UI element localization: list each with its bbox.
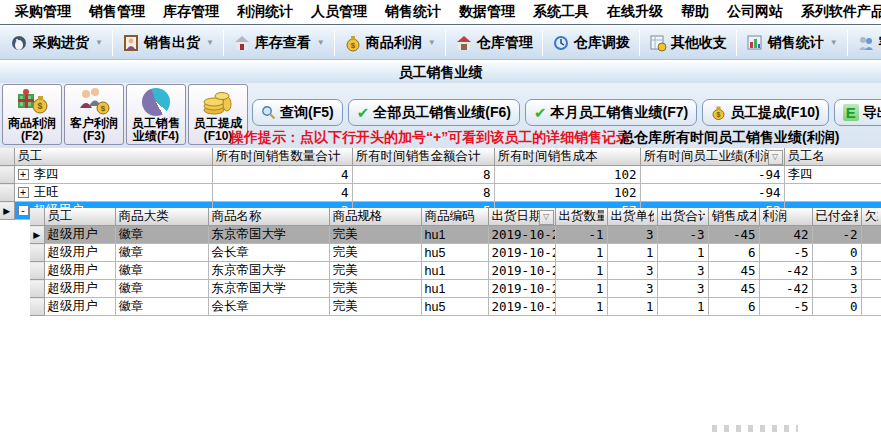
filter-icon[interactable]: ▽: [539, 210, 554, 225]
toolbar: 采购进货 ▼ 销售出货 ▼ 库存查看 ▼ $ 商品利润 ▼ 仓库管理 仓库: [0, 26, 881, 60]
row-indicator: [30, 298, 44, 316]
menu-personnel[interactable]: 人员管理: [302, 3, 376, 21]
check-icon: ✔: [357, 104, 370, 122]
check-icon: ✔: [534, 104, 547, 122]
detail-row[interactable]: 超级用户 徽章 会长章 完美 hu5 2019-10-21 1 1 1 6 -5…: [30, 298, 881, 316]
toolbar-sales-out-button[interactable]: 销售出货 ▼: [117, 29, 219, 57]
toolbar-customer-manage-button[interactable]: 客户管理 ▼: [852, 29, 881, 57]
employee-row[interactable]: +王旺 4 8 102 -94: [0, 184, 881, 202]
row-indicator: [0, 184, 14, 202]
pie-chart-icon: [139, 87, 173, 117]
chevron-down-icon[interactable]: ▼: [428, 38, 436, 47]
col-header-employee[interactable]: 员工: [14, 148, 212, 166]
current-row-arrow-icon: ▶: [3, 206, 10, 216]
query-button[interactable]: 查询(F5): [252, 99, 343, 126]
operation-hint: 操作提示：点以下行开头的加号“+”可看到该员工的详细销售记录: [230, 129, 630, 147]
menu-system-tools[interactable]: 系统工具: [524, 3, 598, 21]
col-header-employee-name[interactable]: 员工名: [784, 148, 881, 166]
col-header-ship-qty[interactable]: 出货数量: [555, 208, 607, 226]
menu-online-upgrade[interactable]: 在线升级: [598, 3, 672, 21]
toolbar-product-profit-button[interactable]: $ 商品利润 ▼: [339, 29, 441, 57]
menu-purchase[interactable]: 采购管理: [6, 3, 80, 21]
col-header-cost[interactable]: 销售成本: [708, 208, 759, 226]
toolbar-other-income-button[interactable]: 其他收支: [644, 29, 732, 57]
customers-icon: [857, 34, 875, 52]
menu-help[interactable]: 帮助: [672, 3, 718, 21]
detail-row-selected[interactable]: ▶ 超级用户 徽章 东京帝国大学 完美 hu1 2019-10-21 -1 3 …: [30, 226, 881, 244]
detail-row[interactable]: 超级用户 徽章 东京帝国大学 完美 hu1 2019-10-21 1 3 3 4…: [30, 262, 881, 280]
menu-product-series[interactable]: 系列软件产品: [792, 3, 881, 21]
menu-inventory[interactable]: 库存管理: [154, 3, 228, 21]
row-indicator: ▶: [30, 226, 44, 244]
row-indicator: [0, 166, 14, 184]
toolbar-sales-stats-button[interactable]: 销售统计 ▼: [741, 29, 843, 57]
col-header-unit-price[interactable]: 出货单价: [607, 208, 657, 226]
toolbar-separator: [736, 30, 737, 56]
col-header-ship-date[interactable]: 出货日期▽: [488, 208, 555, 226]
toolbar-separator: [112, 30, 113, 56]
toolbar-warehouse-transfer-button[interactable]: 仓库调拨: [547, 29, 635, 57]
all-employee-sales-button[interactable]: ✔ 全部员工销售业绩(F6): [348, 99, 520, 126]
gold-coins-icon: [201, 87, 235, 117]
summary-label: 总仓库所有时间员工销售业绩(利润): [620, 129, 839, 147]
watermark-fragment: [712, 425, 798, 432]
customers-moneybag-icon: $: [77, 87, 111, 117]
col-header-paid[interactable]: 已付金额: [812, 208, 861, 226]
employee-commission-button[interactable]: $ 员工提成(F10): [702, 99, 828, 126]
menu-profit-stats[interactable]: 利润统计: [228, 3, 302, 21]
row-indicator: [30, 262, 44, 280]
ledger-icon: [649, 34, 667, 52]
toolbar-warehouse-manage-button[interactable]: 仓库管理: [450, 29, 538, 57]
toolbar-purchase-in-button[interactable]: 采购进货 ▼: [6, 29, 108, 57]
sales-detail-table: 员工 商品大类 商品名称 商品规格 商品编码 出货日期▽ 出货数量 出货单价 出…: [30, 208, 881, 316]
col-header-profit[interactable]: 利润: [759, 208, 812, 226]
col-header-cost-total[interactable]: 所有时间销售成本: [494, 148, 640, 166]
sales-out-icon: [122, 34, 140, 52]
svg-text:$: $: [717, 111, 721, 119]
filter-icon[interactable]: ▽: [768, 150, 783, 165]
col-header-performance[interactable]: 所有时间员工业绩(利润)▽: [640, 148, 784, 166]
col-header-qty-total[interactable]: 所有时间销售数量合计: [212, 148, 352, 166]
outer-header-row: 员工 所有时间销售数量合计 所有时间销售金额合计 所有时间销售成本 所有时间员工…: [0, 148, 881, 166]
search-icon: [261, 105, 276, 120]
col-header-spec[interactable]: 商品规格: [329, 208, 421, 226]
chevron-down-icon[interactable]: ▼: [95, 38, 103, 47]
chevron-down-icon[interactable]: ▼: [206, 38, 214, 47]
warehouse-icon: [455, 34, 473, 52]
col-header-ship-total[interactable]: 出货合计: [657, 208, 708, 226]
detail-row[interactable]: 超级用户 徽章 东京帝国大学 完美 hu1 2019-10-21 1 3 3 4…: [30, 280, 881, 298]
detail-row[interactable]: 超级用户 徽章 会长章 完美 hu5 2019-10-21 1 1 1 6 -5…: [30, 244, 881, 262]
col-header-category[interactable]: 商品大类: [115, 208, 208, 226]
col-header-product-code[interactable]: 商品编码: [421, 208, 488, 226]
toolbar-separator: [639, 30, 640, 56]
menu-sales-stats[interactable]: 销售统计: [376, 3, 450, 21]
row-indicator-header: [0, 148, 14, 166]
toolbar-stock-view-button[interactable]: 库存查看 ▼: [228, 29, 330, 57]
toolbar-separator: [847, 30, 848, 56]
col-header-employee[interactable]: 员工: [44, 208, 115, 226]
toolbar-separator: [445, 30, 446, 56]
export-excel-button[interactable]: E 导出EXCEL(F8): [834, 99, 881, 126]
employee-row[interactable]: +李四 4 8 102 -94 李四: [0, 166, 881, 184]
svg-text:$: $: [351, 41, 356, 50]
month-employee-sales-button[interactable]: ✔ 本月员工销售业绩(F7): [525, 99, 697, 126]
chevron-down-icon[interactable]: ▼: [830, 38, 838, 47]
menu-sales[interactable]: 销售管理: [80, 3, 154, 21]
col-header-amount-total[interactable]: 所有时间销售金额合计: [352, 148, 494, 166]
transfer-clock-icon: [552, 34, 570, 52]
collapse-minus-icon[interactable]: -: [18, 205, 29, 216]
menu-data[interactable]: 数据管理: [450, 3, 524, 21]
row-indicator: ▶: [0, 202, 14, 220]
expand-plus-icon[interactable]: +: [18, 169, 29, 180]
expand-plus-icon[interactable]: +: [18, 187, 29, 198]
page-title: 员工销售业绩: [0, 61, 881, 84]
purchase-in-icon: [11, 34, 29, 52]
money-bag-icon: $: [711, 105, 726, 120]
menu-company-site[interactable]: 公司网站: [718, 3, 792, 21]
chevron-down-icon[interactable]: ▼: [317, 38, 325, 47]
gift-moneybag-icon: $: [15, 87, 49, 117]
col-header-product-name[interactable]: 商品名称: [208, 208, 329, 226]
chart-icon: [746, 34, 764, 52]
row-indicator: [30, 244, 44, 262]
col-header-owed[interactable]: 欠款: [861, 208, 881, 226]
